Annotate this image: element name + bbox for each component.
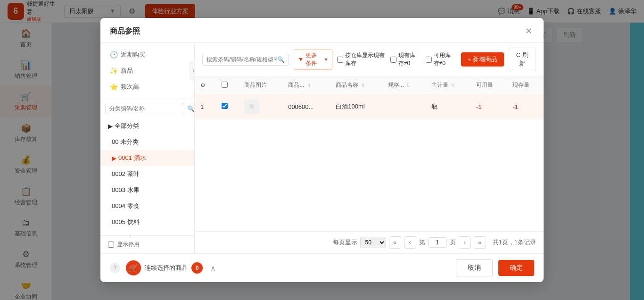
clock-icon: 🕐 (110, 51, 118, 58)
add-product-button[interactable]: + 新增商品 (461, 52, 504, 67)
row-available-cell: -1 (471, 94, 507, 119)
close-button[interactable]: ✕ (523, 25, 534, 37)
cat-item-uncategorized[interactable]: 00 未分类 (100, 134, 194, 150)
cat-item-liquor[interactable]: ▶ 0001 酒水 (100, 150, 194, 166)
recent-purchase-btn[interactable]: 🕐 近期购买 (105, 48, 190, 62)
col-spec-sort-icon: ⇅ (406, 83, 410, 88)
recent-purchase-label: 近期购买 (121, 50, 145, 59)
cat-liquor-label: 0001 酒水 (118, 154, 146, 162)
filter-arrow-icon: ∧ (324, 56, 328, 63)
col-checkbox (216, 76, 239, 94)
col-name[interactable]: 商品名称 ⇅ (330, 76, 382, 94)
refresh-button[interactable]: C 刷新 (509, 48, 536, 71)
available-label: 现有库存≠0 (398, 51, 421, 67)
modal-footer: ? 🛒 连续选择的商品 0 ∧ 取消 确定 (100, 253, 544, 282)
product-search-icon[interactable]: 🔍 (277, 56, 285, 63)
available-filter[interactable]: 现有库存≠0 (390, 51, 421, 67)
available-checkbox[interactable] (390, 57, 396, 63)
frequent-btn[interactable]: ⭐ 频次高 (105, 80, 190, 94)
product-available: -1 (476, 103, 482, 110)
prev-page-button[interactable]: ‹ (404, 236, 416, 249)
cat-tea-label: 0002 茶叶 (112, 170, 140, 178)
modal-title: 商品参照 (110, 26, 140, 36)
quick-filters: « 🕐 近期购买 ✨ 新品 ⭐ 频次高 (100, 43, 194, 99)
cat-item-all[interactable]: ▶ 全部分类 (100, 118, 194, 134)
product-table: ⚙ 商品图片 商品... ⇅ (195, 76, 544, 119)
product-reference-modal: 商品参照 ✕ « 🕐 近期购买 ✨ 新品 (100, 18, 544, 282)
category-search-input[interactable] (105, 103, 184, 114)
cat-item-beverage[interactable]: 0005 饮料 (100, 214, 194, 230)
warehouse-checkbox[interactable] (337, 57, 343, 63)
cat-item-tea[interactable]: 0002 茶叶 (100, 166, 194, 182)
modal-header: 商品参照 ✕ (100, 18, 544, 43)
frequent-label: 频次高 (121, 83, 139, 91)
product-table-wrap: ⚙ 商品图片 商品... ⇅ (195, 76, 544, 231)
row-unit-cell: 瓶 (426, 94, 471, 119)
first-page-button[interactable]: « (389, 236, 401, 249)
product-table-body: 1 图 000600... (195, 94, 544, 119)
filter-icon: ▼ (298, 56, 304, 63)
more-filter-button[interactable]: ▼ 更多条件 ∧ (294, 49, 332, 70)
row-spec-cell (382, 94, 426, 119)
new-products-label: 新品 (121, 67, 133, 75)
total-info: 共1页，1条记录 (493, 238, 536, 247)
cancel-button[interactable]: 取消 (456, 259, 493, 276)
col-unit-label: 主计量 (431, 82, 448, 88)
row-image-cell: 图 (239, 94, 282, 119)
table-row[interactable]: 1 图 000600... (195, 94, 544, 119)
confirm-button[interactable]: 确定 (498, 260, 534, 276)
row-checkbox[interactable] (222, 103, 228, 109)
next-page-button[interactable]: › (459, 236, 471, 249)
modal-body: « 🕐 近期购买 ✨ 新品 ⭐ 频次高 (100, 43, 544, 253)
category-search-row: 🔍 (100, 99, 194, 118)
product-image-placeholder: 图 (244, 99, 259, 114)
warehouse-filter[interactable]: 按仓库显示现有库存 (337, 51, 386, 67)
cart-area: 🛒 连续选择的商品 0 (126, 260, 203, 275)
per-page-label: 每页显示 (333, 238, 357, 247)
product-stock: -1 (512, 103, 518, 110)
cat-item-water[interactable]: 0008 水 (100, 230, 194, 235)
col-spec[interactable]: 规格... ⇅ (382, 76, 426, 94)
continuous-label: 连续选择的商品 (145, 264, 188, 272)
col-unit[interactable]: 主计量 ⇅ (426, 76, 471, 94)
usable-filter[interactable]: 可用库存≠0 (426, 51, 456, 67)
page-label: 第 (419, 238, 425, 247)
show-disabled-checkbox[interactable] (108, 242, 114, 248)
cat-item-snack[interactable]: 0004 零食 (100, 198, 194, 214)
row-checkbox-cell[interactable] (216, 94, 239, 119)
page-number-input[interactable] (428, 237, 447, 248)
product-unit: 瓶 (431, 103, 438, 110)
per-page-select[interactable]: 50 10 20 100 (360, 237, 386, 248)
col-name-sort-icon: ⇅ (361, 83, 365, 88)
category-list: ▶ 全部分类 00 未分类 ▶ 0001 酒水 0002 茶叶 0003 水果 (100, 118, 194, 235)
product-code: 000600... (288, 103, 314, 110)
cat-uncategorized-label: 00 未分类 (112, 138, 139, 146)
row-code-cell: 000600... (282, 94, 330, 119)
product-search-wrap[interactable]: 🔍 (202, 54, 289, 66)
collapse-footer-icon[interactable]: ∧ (210, 264, 216, 273)
col-image: 商品图片 (239, 76, 282, 94)
last-page-button[interactable]: » (474, 236, 486, 249)
pagination: 每页显示 50 10 20 100 « ‹ 第 页 › » 共1页，1条记录 (195, 231, 544, 253)
category-search-icon[interactable]: 🔍 (187, 105, 195, 112)
col-available-label: 可用量 (476, 82, 493, 88)
col-code[interactable]: 商品... ⇅ (282, 76, 330, 94)
help-icon[interactable]: ? (110, 263, 120, 273)
cat-all-label: 全部分类 (115, 122, 139, 130)
new-products-btn[interactable]: ✨ 新品 (105, 64, 190, 78)
col-stock-label: 现存量 (512, 82, 529, 88)
cat-item-fruit[interactable]: 0003 水果 (100, 182, 194, 198)
show-disabled-row: 显示停用 (100, 235, 194, 253)
usable-checkbox[interactable] (426, 57, 432, 63)
modal-overlay: 商品参照 ✕ « 🕐 近期购买 ✨ 新品 (0, 0, 644, 300)
col-image-label: 商品图片 (244, 82, 267, 88)
row-stock-cell: -1 (507, 94, 544, 119)
collapse-left-btn[interactable]: « (190, 61, 195, 80)
page-unit: 页 (450, 238, 456, 247)
col-settings[interactable]: ⚙ (195, 76, 216, 94)
product-search-input[interactable] (206, 56, 277, 63)
cart-icon[interactable]: 🛒 (126, 260, 141, 275)
table-header: ⚙ 商品图片 商品... ⇅ (195, 76, 544, 94)
select-all-checkbox[interactable] (222, 82, 228, 88)
col-code-label: 商品... (288, 82, 304, 88)
